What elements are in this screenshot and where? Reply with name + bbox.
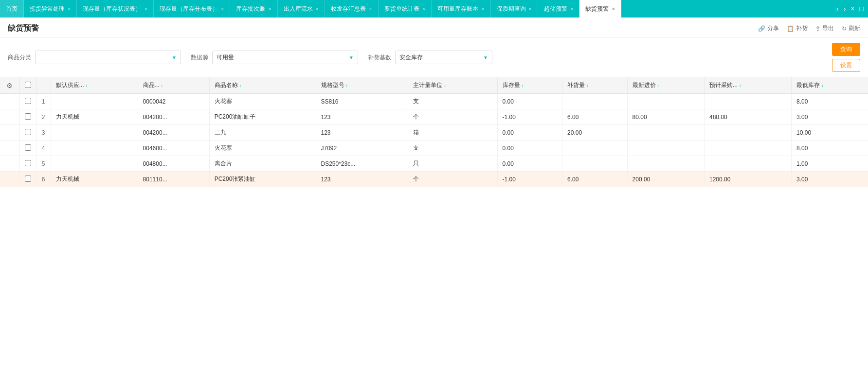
settings-button[interactable]: 设置: [832, 59, 860, 72]
row-checkbox-cell[interactable]: [19, 109, 36, 125]
tab-close-overstock[interactable]: ×: [570, 6, 573, 12]
tab-home[interactable]: 首页: [0, 0, 24, 18]
row-product_code-cell: 004200...: [138, 109, 209, 125]
datasource-select[interactable]: 可用量 ▼: [212, 51, 358, 64]
tab-shortage[interactable]: 缺货预警×: [579, 0, 621, 18]
replenish-basis-select[interactable]: 安全库存 ▼: [395, 51, 492, 64]
tab-receive-summary[interactable]: 收发存汇总表×: [325, 0, 378, 18]
tab-close-available-ledger[interactable]: ×: [481, 6, 484, 12]
table-row[interactable]: 4004600...火花塞J7092支0.008.00: [0, 141, 868, 156]
row-number-cell: 4: [36, 141, 51, 156]
row-replenish-cell: 6.00: [562, 172, 628, 187]
tab-abnormal[interactable]: 拣货异常处理×: [24, 0, 77, 18]
tab-close-inventory-status[interactable]: ×: [144, 6, 147, 12]
row-product_name-cell: 三九: [209, 125, 316, 141]
row-settings-cell: [0, 156, 19, 172]
tab-close-expiry-query[interactable]: ×: [529, 6, 532, 12]
scroll-left-btn[interactable]: ‹: [834, 5, 841, 13]
tab-close-inventory-dist[interactable]: ×: [221, 6, 224, 12]
tab-batch-account[interactable]: 库存批次账×: [230, 0, 277, 18]
row-stock-cell: 0.00: [497, 141, 562, 156]
row-product_name-cell: 离合片: [209, 156, 316, 172]
replenish-column-header[interactable]: 补货量 ↕: [562, 77, 628, 94]
table-container[interactable]: ⚙ 默认供应... ↕ 商品...: [0, 77, 868, 386]
row-checkbox[interactable]: [25, 176, 31, 182]
unit-column-header[interactable]: 主计量单位 ↕: [408, 77, 497, 94]
share-button[interactable]: 🔗 分享: [758, 24, 779, 33]
row-checkbox-cell[interactable]: [19, 141, 36, 156]
table-row[interactable]: 3004200...三九123箱0.0020.0010.00: [0, 125, 868, 141]
row-checkbox-cell[interactable]: [19, 125, 36, 141]
table-row[interactable]: 10000042火花塞SS816支0.008.00: [0, 94, 868, 109]
table-body: 10000042火花塞SS816支0.008.002力天机械004200...P…: [0, 94, 868, 187]
stock-column-header[interactable]: 库存量 ↕: [497, 77, 562, 94]
row-supplier-cell: [51, 94, 138, 109]
tab-inventory-status[interactable]: 现存量（库存状况表）×: [77, 0, 153, 18]
row-checkbox[interactable]: [25, 98, 31, 104]
row-stock-cell: 0.00: [497, 94, 562, 109]
tab-inout-flow[interactable]: 出入库流水×: [278, 0, 325, 18]
row-checkbox[interactable]: [25, 160, 31, 166]
tab-close-shortage[interactable]: ×: [612, 6, 615, 12]
checkbox-column-header[interactable]: [19, 77, 36, 94]
row-checkbox[interactable]: [25, 129, 31, 135]
spec-column-header[interactable]: 规格型号 ↕: [316, 77, 408, 94]
row-product_code-cell: 004800...: [138, 156, 209, 172]
row-latest_price-cell: [627, 141, 704, 156]
product-name-sort-icon: ↕: [239, 83, 242, 88]
row-checkbox[interactable]: [25, 113, 31, 120]
row-estimated_purchase-cell: [704, 94, 791, 109]
replenish-button[interactable]: 📋 补货: [787, 24, 808, 33]
export-button[interactable]: ⇪ 导出: [815, 24, 834, 33]
tab-close-order-stats[interactable]: ×: [422, 6, 425, 12]
product-code-column-header[interactable]: 商品... ↕: [138, 77, 209, 94]
row-supplier-cell: [51, 141, 138, 156]
row-product_name-cell: PC200张紧油缸: [209, 172, 316, 187]
row-product_code-cell: 801110...: [138, 172, 209, 187]
category-label: 商品分类: [8, 53, 31, 62]
fullscreen-btn[interactable]: □: [857, 5, 866, 13]
row-replenish-cell: [562, 141, 628, 156]
tab-overstock[interactable]: 超储预警×: [538, 0, 579, 18]
tab-close-inout-flow[interactable]: ×: [316, 6, 319, 12]
select-all-checkbox[interactable]: [25, 82, 31, 88]
row-settings-cell: [0, 109, 19, 125]
refresh-icon: ↻: [842, 25, 847, 32]
tab-close-batch-account[interactable]: ×: [268, 6, 271, 12]
row-product_code-cell: 004200...: [138, 125, 209, 141]
table-row[interactable]: 5004800...离合片DS250*23c...只0.001.00: [0, 156, 868, 172]
tab-order-stats[interactable]: 要货单统计表×: [379, 0, 432, 18]
min-stock-column-header[interactable]: 最低库存 ↕: [792, 77, 868, 94]
refresh-button[interactable]: ↻ 刷新: [842, 24, 860, 33]
table-row[interactable]: 2力天机械004200...PC200油缸缸子123个-1.006.0080.0…: [0, 109, 868, 125]
table-row[interactable]: 6力天机械801110...PC200张紧油缸123个-1.006.00200.…: [0, 172, 868, 187]
tab-close-abnormal[interactable]: ×: [68, 6, 71, 12]
row-latest_price-cell: [627, 94, 704, 109]
close-all-btn[interactable]: ×: [848, 5, 857, 13]
category-select[interactable]: ▼: [35, 51, 181, 64]
tab-available-ledger[interactable]: 可用量库存账本×: [432, 0, 490, 18]
estimated-purchase-column-header[interactable]: 预计采购... ↕: [704, 77, 791, 94]
tab-nav-buttons: ‹ › × □: [832, 0, 868, 18]
row-replenish-cell: 6.00: [562, 109, 628, 125]
product-name-column-header[interactable]: 商品名称 ↕: [209, 77, 316, 94]
latest-price-column-header[interactable]: 最新进价 ↕: [627, 77, 704, 94]
supplier-column-header[interactable]: 默认供应... ↕: [51, 77, 138, 94]
row-estimated_purchase-cell: [704, 156, 791, 172]
row-supplier-cell: 力天机械: [51, 172, 138, 187]
tab-inventory-dist[interactable]: 现存量（库存分布表）×: [154, 0, 230, 18]
row-checkbox[interactable]: [25, 144, 31, 151]
row-number-cell: 6: [36, 172, 51, 187]
tab-expiry-query[interactable]: 保质期查询×: [491, 0, 538, 18]
query-button[interactable]: 查询: [832, 43, 860, 56]
row-checkbox-cell[interactable]: [19, 172, 36, 187]
settings-column-header[interactable]: ⚙: [0, 77, 19, 94]
row-checkbox-cell[interactable]: [19, 94, 36, 109]
gear-icon[interactable]: ⚙: [6, 82, 13, 89]
scroll-right-btn[interactable]: ›: [841, 5, 849, 13]
tab-close-receive-summary[interactable]: ×: [369, 6, 372, 12]
row-checkbox-cell[interactable]: [19, 156, 36, 172]
row-settings-cell: [0, 172, 19, 187]
row-min_stock-cell: 8.00: [792, 141, 868, 156]
row-spec-cell: 123: [316, 109, 408, 125]
